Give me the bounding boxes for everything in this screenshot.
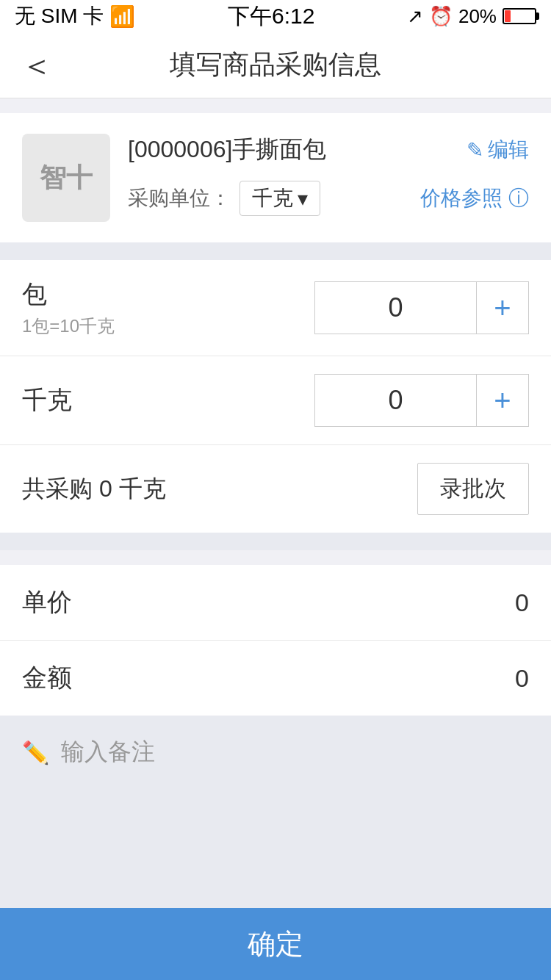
- status-bar: 无 SIM 卡 📶 下午6:12 ↗ ⏰ 20%: [0, 0, 551, 32]
- chevron-down-icon: ▾: [298, 187, 308, 211]
- input-section: 包 1包=10千克 0 + 千克 0 +: [0, 260, 551, 445]
- bag-value: 0: [388, 292, 403, 323]
- page-title: 填写商品采购信息: [170, 47, 381, 83]
- edit-button[interactable]: ✎ 编辑: [467, 136, 529, 164]
- amount-row: 金额 0: [0, 641, 551, 716]
- nav-bar: ＜ 填写商品采购信息: [0, 32, 551, 98]
- unit-value: 千克: [252, 184, 293, 212]
- bag-label-main: 包: [22, 278, 115, 311]
- edit-icon: ✎: [467, 138, 483, 162]
- bag-label-sub: 1包=10千克: [22, 314, 115, 338]
- bag-input-field[interactable]: 0: [314, 281, 476, 334]
- purchase-unit-label: 采购单位：: [128, 184, 231, 212]
- bag-plus-button[interactable]: +: [476, 281, 529, 334]
- price-value: 0: [515, 588, 529, 617]
- confirm-label: 确定: [248, 926, 303, 963]
- edit-label: 编辑: [488, 136, 529, 164]
- kg-input-row: 千克 0 +: [0, 356, 551, 445]
- section-divider-2: [0, 533, 551, 550]
- price-row: 单价 0: [0, 565, 551, 641]
- bag-controls: 0 +: [314, 281, 529, 334]
- purchase-unit: 采购单位： 千克 ▾: [128, 181, 320, 216]
- product-thumbnail: 智十: [22, 134, 110, 222]
- detail-section: 单价 0 金额 0: [0, 565, 551, 716]
- page-wrapper: 无 SIM 卡 📶 下午6:12 ↗ ⏰ 20% ＜ 填写商品采购信息 智十 […: [0, 0, 551, 980]
- total-text: 共采购 0 千克: [22, 473, 166, 505]
- kg-controls: 0 +: [314, 374, 529, 427]
- remark-section[interactable]: ✏️ 输入备注: [0, 716, 551, 789]
- location-icon: ↗: [407, 5, 423, 28]
- product-name: [0000006]手撕面包: [128, 134, 326, 166]
- product-info: [0000006]手撕面包 ✎ 编辑 采购单位： 千克 ▾ 价格参照 ⓘ: [128, 134, 529, 216]
- status-left: 无 SIM 卡 📶: [15, 2, 135, 30]
- product-bottom-row: 采购单位： 千克 ▾ 价格参照 ⓘ: [128, 181, 529, 216]
- kg-plus-button[interactable]: +: [476, 374, 529, 427]
- back-button[interactable]: ＜: [21, 49, 53, 82]
- price-ref-button[interactable]: 价格参照 ⓘ: [420, 184, 529, 212]
- confirm-button[interactable]: 确定: [0, 908, 551, 980]
- no-sim-label: 无 SIM 卡: [15, 2, 104, 30]
- price-label: 单价: [22, 586, 72, 619]
- alarm-icon: ⏰: [429, 5, 453, 28]
- amount-label: 金额: [22, 661, 72, 695]
- bag-input-row: 包 1包=10千克 0 +: [0, 260, 551, 356]
- battery-percent: 20%: [458, 5, 497, 28]
- record-batch-button[interactable]: 录批次: [417, 463, 529, 515]
- remark-placeholder: 输入备注: [61, 736, 155, 768]
- section-divider-1: [0, 242, 551, 260]
- product-logo: 智十: [40, 160, 93, 196]
- status-time: 下午6:12: [228, 1, 314, 32]
- unit-select[interactable]: 千克 ▾: [240, 181, 320, 216]
- help-icon: ⓘ: [508, 184, 529, 212]
- kg-value: 0: [388, 385, 403, 416]
- wifi-icon: 📶: [109, 4, 135, 29]
- bag-label: 包 1包=10千克: [22, 278, 115, 338]
- amount-value: 0: [515, 664, 529, 693]
- pencil-icon: ✏️: [22, 740, 49, 765]
- product-card: 智十 [0000006]手撕面包 ✎ 编辑 采购单位： 千克 ▾: [0, 113, 551, 242]
- status-right: ↗ ⏰ 20%: [407, 5, 536, 28]
- kg-label: 千克: [22, 383, 72, 417]
- price-ref-label: 价格参照: [420, 184, 503, 212]
- total-row: 共采购 0 千克 录批次: [0, 445, 551, 533]
- product-top-row: [0000006]手撕面包 ✎ 编辑: [128, 134, 529, 166]
- battery-icon: [503, 8, 536, 24]
- kg-label-main: 千克: [22, 383, 72, 417]
- kg-input-field[interactable]: 0: [314, 374, 476, 427]
